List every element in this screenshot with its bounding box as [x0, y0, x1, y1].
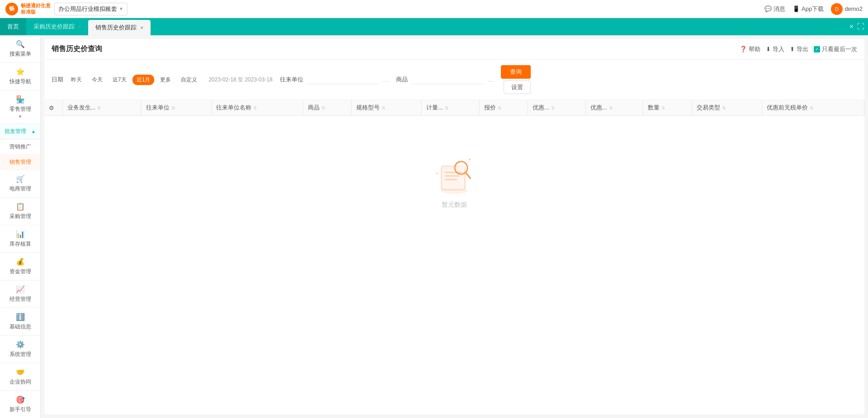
tab-actions: × ⛶ — [846, 18, 868, 35]
svg-point-7 — [457, 164, 465, 172]
close-all-tabs-btn[interactable]: × — [849, 23, 854, 31]
help-icon: ❓ — [740, 46, 747, 52]
sort-icon: ⇅ — [171, 105, 175, 110]
col-discount2[interactable]: 优惠... ⇅ — [585, 100, 643, 116]
only-last-checkbox[interactable]: ✓ 只看最后一次 — [814, 45, 857, 53]
help-btn[interactable]: ❓ 帮助 — [740, 45, 760, 53]
handshake-icon: 🤝 — [16, 368, 25, 376]
sidebar-item-search[interactable]: 🔍 搜索菜单 — [0, 35, 40, 63]
partner-input[interactable] — [307, 75, 379, 84]
close-sales-tab-icon[interactable]: × — [140, 25, 143, 30]
sidebar-item-finance[interactable]: 💰 资金管理 — [0, 253, 40, 280]
date-more-btn[interactable]: 更多 — [156, 75, 175, 85]
app-icon: 📱 — [793, 5, 800, 12]
date-last7-btn[interactable]: 近7天 — [108, 75, 131, 85]
content-area: 销售历史价查询 ❓ 帮助 ⬇ 导入 ⬆ 导出 — [41, 35, 868, 418]
sort-icon: ⇅ — [97, 105, 101, 110]
partner-label: 往来单位 — [280, 76, 303, 84]
date-options: 昨天 今天 近7天 近1月 更多 自定义 — [67, 75, 201, 85]
data-table: ⚙ 业务发生... ⇅ 往来单位 — [44, 100, 864, 245]
top-bar: 畅 畅捷通好生意 标准版 办公用品行业模拟账套 ▼ 💬 消息 📱 App下载 D… — [0, 0, 868, 18]
user-profile[interactable]: D demo2 — [831, 3, 863, 15]
partner-picker-btn[interactable]: ... — [383, 76, 389, 84]
product-input[interactable] — [411, 75, 484, 84]
search-icon: 🔍 — [16, 40, 25, 48]
date-last1m-btn[interactable]: 近1月 — [132, 75, 155, 85]
col-trade-type[interactable]: 交易类型 ⇅ — [692, 100, 762, 116]
col-unit[interactable]: 计量... ⇅ — [422, 100, 479, 116]
table-settings-icon[interactable]: ⚙ — [49, 104, 54, 111]
store-icon: 🏪 — [16, 95, 25, 104]
date-label: 日期 — [52, 76, 63, 84]
tab-sales[interactable]: 销售历史价跟踪 × — [88, 20, 150, 35]
tab-bar: 首页 采购历史价跟踪 × 销售历史价跟踪 × × ⛶ — [0, 18, 868, 35]
export-btn[interactable]: ⬆ 导出 — [790, 45, 808, 53]
import-icon: ⬇ — [766, 46, 771, 52]
message-btn[interactable]: 💬 消息 — [764, 5, 785, 13]
col-partner-code[interactable]: 往来单位 ⇅ — [142, 100, 212, 116]
import-btn[interactable]: ⬇ 导入 — [766, 45, 784, 53]
svg-text:✦: ✦ — [468, 157, 472, 162]
partner-filter-group: 往来单位 ... — [280, 75, 389, 84]
sidebar-item-inventory[interactable]: 📊 库存核算 — [0, 225, 40, 253]
col-spec[interactable]: 规格型号 ⇅ — [352, 100, 422, 116]
col-gear[interactable]: ⚙ — [44, 100, 62, 116]
col-quote[interactable]: 报价 ⇅ — [479, 100, 528, 116]
col-biz-date[interactable]: 业务发生... ⇅ — [62, 100, 142, 116]
sidebar-item-retail[interactable]: 🏪 零售管理 ▼ — [0, 90, 40, 124]
page-header: 销售历史价查询 ❓ 帮助 ⬇ 导入 ⬆ 导出 — [44, 39, 864, 60]
app-download-btn[interactable]: 📱 App下载 — [793, 5, 824, 13]
tab-home[interactable]: 首页 — [0, 18, 26, 35]
empty-state: ✦ ✦ 暂元数据 — [44, 116, 864, 245]
sales-tab-label: 销售历史价跟踪 — [95, 24, 137, 32]
col-partner-name[interactable]: 往来单位名称 ⇅ — [212, 100, 303, 116]
chart-icon: 📊 — [16, 230, 25, 238]
logo-area: 畅 畅捷通好生意 标准版 — [5, 3, 51, 15]
empty-text: 暂元数据 — [442, 201, 467, 209]
product-picker-btn[interactable]: ... — [487, 76, 493, 84]
sidebar-item-quick[interactable]: ⭐ 快捷导航 — [0, 63, 40, 90]
account-selector[interactable]: 办公用品行业模拟账套 ▼ — [54, 3, 127, 15]
col-product[interactable]: 商品 ⇅ — [303, 100, 352, 116]
tab-purchase[interactable]: 采购历史价跟踪 × — [26, 18, 88, 35]
sort-icon: ⇅ — [551, 105, 555, 110]
sidebar-item-ecommerce[interactable]: 🛒 电商管理 — [0, 170, 40, 198]
query-btn[interactable]: 查询 — [501, 65, 531, 79]
sidebar-item-system[interactable]: ⚙️ 系统管理 — [0, 336, 40, 363]
page-title: 销售历史价查询 — [52, 44, 102, 54]
col-discount1[interactable]: 优惠... ⇅ — [528, 100, 585, 116]
empty-illustration: ✦ ✦ — [427, 152, 481, 197]
page-actions: ❓ 帮助 ⬇ 导入 ⬆ 导出 ✓ 只看最后一 — [740, 45, 857, 53]
sort-icon: ⇅ — [498, 105, 501, 110]
expand-btn[interactable]: ⛶ — [857, 23, 864, 31]
sidebar-item-purchase[interactable]: 📋 采购管理 — [0, 198, 40, 225]
sidebar-item-operations[interactable]: 📈 经营管理 — [0, 280, 40, 308]
date-today-btn[interactable]: 今天 — [88, 75, 107, 85]
dropdown-arrow-icon: ▼ — [119, 6, 123, 11]
logo-text: 畅捷通好生意 标准版 — [21, 3, 51, 14]
close-purchase-tab-icon[interactable]: × — [78, 24, 81, 29]
sort-icon: ⇅ — [810, 105, 813, 110]
date-custom-btn[interactable]: 自定义 — [177, 75, 201, 85]
col-pretax-price[interactable]: 优惠前无税单价 ⇅ — [762, 100, 864, 116]
sidebar-item-newbie[interactable]: 🎯 新手引导 — [0, 391, 40, 418]
home-label: 首页 — [7, 23, 19, 31]
settings-btn[interactable]: 设置 — [504, 81, 531, 94]
sidebar-item-basic[interactable]: ℹ️ 基础信息 — [0, 308, 40, 336]
sidebar-sub-sales[interactable]: 销售管理 — [0, 155, 40, 170]
export-icon: ⬆ — [790, 46, 795, 52]
clipboard-icon: 📋 — [16, 202, 25, 211]
sidebar-item-wholesale[interactable]: 批发管理 ▲ — [0, 124, 40, 139]
sidebar-sub-marketing[interactable]: 营销推广 — [0, 139, 40, 155]
sidebar: 🔍 搜索菜单 ⭐ 快捷导航 🏪 零售管理 ▼ 批发管理 ▲ 营销推广 销售管理 … — [0, 35, 41, 418]
product-label: 商品 — [396, 76, 408, 84]
main-layout: 🔍 搜索菜单 ⭐ 快捷导航 🏪 零售管理 ▼ 批发管理 ▲ 营销推广 销售管理 … — [0, 35, 868, 418]
table-header-row: ⚙ 业务发生... ⇅ 往来单位 — [44, 100, 864, 116]
sidebar-item-cooperation[interactable]: 🤝 企业协同 — [0, 363, 40, 391]
money-icon: 💰 — [16, 257, 25, 266]
star-icon: ⭐ — [16, 67, 25, 76]
trend-icon: 📈 — [16, 285, 25, 294]
svg-text:✦: ✦ — [435, 171, 439, 176]
date-yesterday-btn[interactable]: 昨天 — [67, 75, 86, 85]
col-qty[interactable]: 数量 ⇅ — [643, 100, 692, 116]
